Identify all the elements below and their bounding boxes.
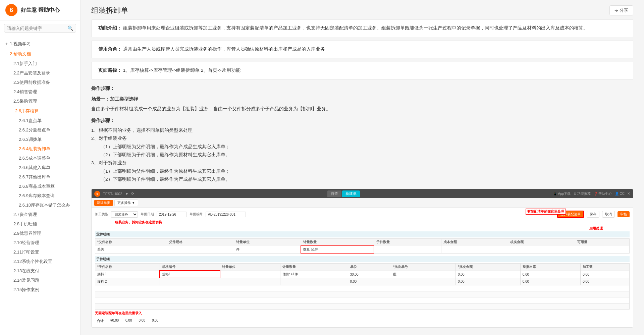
ss-th-5: 成本金额 xyxy=(441,239,508,246)
main-body: 功能介绍： 组装拆卸单用来处理企业组装或拆卸等加工业务，支持有固定装配清单的产品… xyxy=(80,19,644,335)
ss-btd-name: 腰料 1 xyxy=(95,271,160,278)
annotation2: 组装业务、拆卸业务在这里切换 xyxy=(115,220,630,225)
ops-steps-title: 操作步骤： xyxy=(91,118,633,124)
ss-btn-new[interactable]: 新建单据 xyxy=(94,200,113,206)
sidebar-item-2-6-8[interactable]: 2.6.8商品成本重算 xyxy=(13,182,80,191)
sidebar-item-2-4[interactable]: 2.4销售管理 xyxy=(8,87,80,97)
ss-tab-2[interactable]: 新建单 xyxy=(342,190,360,197)
sidebar-item-2-12[interactable]: 2.12系统个性化设置 xyxy=(8,257,80,266)
sidebar-item-2-3[interactable]: 2.3使用前数据准备 xyxy=(8,78,80,87)
intro-text: 组装拆卸单用来处理企业组装或拆卸等加工业务，支持有固定装配清单的产品加工业务，也… xyxy=(123,25,588,31)
ss-top-table: *父件名称 父件规格 计量单位 计量数量 子件数量 成本金额 核实金额 可用量 xyxy=(95,238,630,254)
ss-date-input[interactable] xyxy=(157,212,187,217)
annotation3: 启用处理 xyxy=(95,226,603,231)
sidebar-item-2-6-4[interactable]: 2.6.4组装拆卸单 xyxy=(13,144,80,154)
path-label: 页面路径： xyxy=(98,68,122,73)
table-row: 腰料 2 0.00 0.00 0.00 0.00 xyxy=(95,278,630,285)
sidebar-item-2-6-6[interactable]: 2.6.6其他入库单 xyxy=(13,163,80,172)
ss-td-unit: 件 xyxy=(234,246,301,253)
ss-th-0: *父件名称 xyxy=(95,239,167,246)
intro-label: 功能介绍： xyxy=(98,25,122,31)
ss-th-3: 计量数量 xyxy=(301,239,374,246)
path-block: 页面路径： 1、库存核算->库存管理->组装拆卸单 2、首页->常用功能 xyxy=(91,62,633,79)
step-2-2: （2）下部明细为子件明细，最终作为原材料生成其它出库单。 xyxy=(101,151,633,159)
sidebar-item-2-13[interactable]: 2.13在线支付 xyxy=(8,266,80,276)
ss-no-input[interactable] xyxy=(206,212,246,217)
sidebar-item-2-6-5[interactable]: 2.6.5成本调整单 xyxy=(13,154,80,163)
ss-confirm-btn[interactable]: 审核 xyxy=(618,211,630,217)
search-area: 🔍 xyxy=(0,20,80,36)
ss-th-1: 父件规格 xyxy=(167,239,234,246)
ss-td-qty: 数量 ≥1件 xyxy=(301,246,374,253)
ss-footer: 合计 ¥0.00 0.00 0.00 0.00 xyxy=(95,317,630,325)
sidebar-item-2-6-1[interactable]: 2.6.1盘点单 xyxy=(13,116,80,125)
sidebar-item-2-9[interactable]: 2.9优惠券管理 xyxy=(8,229,80,238)
sidebar-item-2-1[interactable]: 2.1新手入门 xyxy=(8,59,80,68)
ss-topbar: 6 TEST-H002 ▼ ⟳ 自查 新建单 📱 App下载 ⚙ 功能推荐 ❓ … xyxy=(92,189,633,198)
main-header: 组装拆卸单 ➔ 分享 xyxy=(80,0,644,19)
sidebar-item-docs[interactable]: − 2.帮助文档 xyxy=(0,49,80,59)
ss-tabs: 自查 新建单 xyxy=(327,190,360,197)
sidebar-item-2-6[interactable]: − 2.6库存核算 xyxy=(8,106,80,116)
ss-save-btn[interactable]: 保存 xyxy=(587,211,599,218)
step-3: 3、对于拆卸业务 xyxy=(91,159,633,167)
sidebar-item-2-10[interactable]: 2.10经营管理 xyxy=(8,238,80,247)
sidebar-item-2-14[interactable]: 2.14常见问题 xyxy=(8,276,80,285)
table-row: 腰料 1 规格1 估价: ≥1件 30.00 批 0.00 0.00 0.00 xyxy=(95,271,630,278)
sidebar-item-2-5[interactable]: 2.5采购管理 xyxy=(8,97,80,106)
sidebar-item-2-2[interactable]: 2.2产品安装及登录 xyxy=(8,68,80,78)
sidebar-header: 6 好生意 帮助中心 xyxy=(0,0,80,20)
ss-th-4: 子件数量 xyxy=(374,239,441,246)
ss-btn-more[interactable]: 更多操作 ▼ xyxy=(114,200,138,206)
search-input[interactable] xyxy=(7,26,67,31)
sidebar-item-2-6-9[interactable]: 2.6.9库存账本查询 xyxy=(13,191,80,201)
ss-close-icon[interactable]: ✕ xyxy=(627,191,630,196)
page-title: 组装拆卸单 xyxy=(91,5,128,15)
table-row xyxy=(95,291,630,297)
role-text: 通常由生产人员或库管人员完成拆装业务的操作，库管人员确认原材料的出库和产成品的入… xyxy=(123,47,325,52)
main-content: 组装拆卸单 ➔ 分享 功能介绍： 组装拆卸单用来处理企业组装或拆卸等加工业务，支… xyxy=(80,0,644,335)
share-icon: ➔ xyxy=(614,8,618,13)
sidebar: 6 好生意 帮助中心 🔍 + 1.视频学习 − 2.帮助文档 2.1新手入门 2… xyxy=(0,0,80,335)
ss-type-label: 加工类型 xyxy=(95,212,108,217)
step-2: 2、对于组装业务 xyxy=(91,134,633,143)
sidebar-item-2-8[interactable]: 2.8手机旺铺 xyxy=(8,219,80,229)
search-box[interactable]: 🔍 xyxy=(4,24,76,33)
screenshot-container: 6 TEST-H002 ▼ ⟳ 自查 新建单 📱 App下载 ⚙ 功能推荐 ❓ … xyxy=(92,189,633,327)
ss-footer-val1: ¥0.00 xyxy=(110,319,119,323)
ss-footer-label: 合计 xyxy=(97,319,104,323)
sidebar-item-2-15[interactable]: 2.15操作案例 xyxy=(8,285,80,294)
sidebar-item-2-6-10[interactable]: 2.6.10库存账本错了怎么办 xyxy=(13,201,80,210)
ss-cancel-btn[interactable]: 取消 xyxy=(602,211,615,218)
search-icon[interactable]: 🔍 xyxy=(67,25,73,31)
ss-bth-6: *批次金额 xyxy=(456,264,521,271)
collapse-icon-2-6: − xyxy=(11,109,13,113)
arrow1: → xyxy=(569,213,573,217)
sidebar-item-2-6-2[interactable]: 2.6.2分量盘点单 xyxy=(13,125,80,135)
ss-bth-0: *子件名称 xyxy=(95,264,160,271)
sidebar-item-2-6-7[interactable]: 2.6.7其他出库单 xyxy=(13,172,80,182)
ss-no-label: 单据编号 xyxy=(190,212,203,217)
role-label: 使用角色： xyxy=(98,47,122,52)
ss-bth-8: 加工数 xyxy=(581,264,630,271)
sidebar-item-2-11[interactable]: 2.11打印设置 xyxy=(8,247,80,257)
sidebar-item-video[interactable]: + 1.视频学习 xyxy=(0,39,80,49)
ss-td-sub-qty xyxy=(374,246,441,253)
share-button[interactable]: ➔ 分享 xyxy=(609,5,633,15)
ss-type-select[interactable]: 组装业务 xyxy=(111,211,138,218)
sidebar-item-2-6-3[interactable]: 2.6.3调拨单 xyxy=(13,135,80,144)
ss-footer-val2: 0.00 xyxy=(125,319,132,323)
ss-bottom-table: *子件名称 规格编号 计量单位 计量数量 单位 *批次单号 *批次金额 整批出库… xyxy=(95,263,630,310)
app-title: 好生意 帮助中心 xyxy=(21,7,60,14)
table-row: 关关 件 数量 ≥1件 xyxy=(95,246,630,253)
step-3-2: （2）下部明细为子件明细，最终作为产成品生成其它入库单。 xyxy=(101,175,633,183)
table-row xyxy=(95,303,630,309)
sidebar-item-2-7[interactable]: 2.7资金管理 xyxy=(8,210,80,219)
ops-title: 操作步骤： xyxy=(91,86,633,92)
sidebar-nav: + 1.视频学习 − 2.帮助文档 2.1新手入门 2.2产品安装及登录 2.3… xyxy=(0,36,80,335)
table-row xyxy=(95,297,630,303)
ss-th-7: 可用量 xyxy=(575,239,629,246)
ss-tab-1[interactable]: 自查 xyxy=(327,190,341,197)
expand-icon: + xyxy=(5,42,8,46)
ss-form-area: 有装配清单的在这里处理 → 加工类型 组装业务 单据日期 单据编号 选择装配清单 xyxy=(92,208,633,327)
